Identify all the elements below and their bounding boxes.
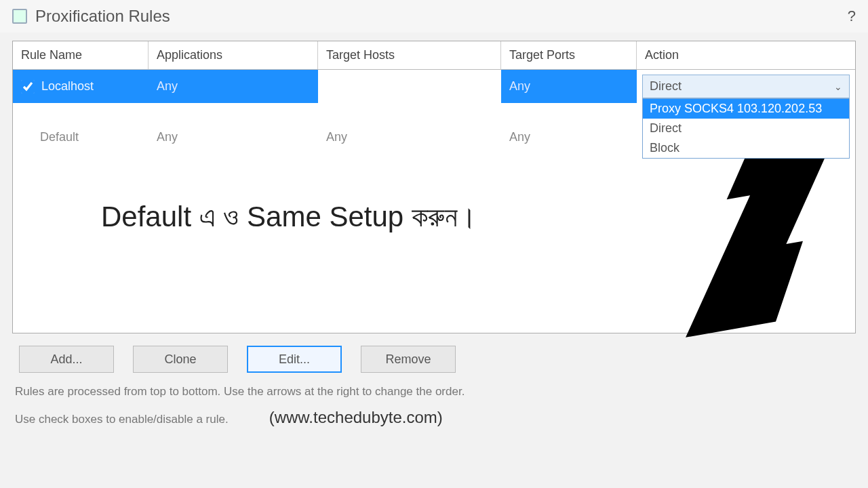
dropdown-selected-label: Direct [650,79,682,94]
header-rule-name[interactable]: Rule Name [13,41,149,69]
cell-target-hosts[interactable] [318,70,501,103]
watermark-text: (www.techedubyte.com) [269,408,443,427]
table-header: Rule Name Applications Target Hosts Targ… [13,41,855,70]
help-icon[interactable]: ? [848,7,856,25]
add-button[interactable]: Add... [19,346,114,373]
dropdown-options: Proxy SOCKS4 103.120.202.53 Direct Block [642,98,850,159]
cell-rule-name[interactable]: Default [13,103,149,157]
cell-action[interactable]: Direct ⌄ Proxy SOCKS4 103.120.202.53 Dir… [637,70,855,103]
clone-button[interactable]: Clone [133,346,228,373]
header-target-hosts[interactable]: Target Hosts [318,41,501,69]
hint-processing-order: Rules are processed from top to bottom. … [15,385,868,399]
header-action[interactable]: Action [637,41,855,69]
remove-button[interactable]: Remove [361,346,456,373]
cell-applications[interactable]: Any [149,70,318,103]
cell-target-ports[interactable]: Any [501,70,637,103]
title-bar: Proxification Rules ? [0,0,868,33]
hint-row-2: Use check boxes to enable/disable a rule… [15,408,868,427]
window-title: Proxification Rules [35,7,848,26]
overlay-instruction: Default এ ও Same Setup করুন। [101,201,477,233]
header-target-ports[interactable]: Target Ports [501,41,637,69]
button-row: Add... Clone Edit... Remove [19,346,868,373]
header-applications[interactable]: Applications [149,41,318,69]
rule-row-localhost[interactable]: Localhost Any Any Direct ⌄ Proxy SOCKS4 … [13,70,855,103]
rule-enabled-checkbox[interactable] [21,80,35,94]
cell-target-hosts[interactable]: Any [318,103,501,157]
cell-applications[interactable]: Any [149,103,318,157]
dropdown-selected[interactable]: Direct ⌄ [642,75,850,98]
hint-checkboxes: Use check boxes to enable/disable a rule… [15,413,229,426]
table-empty-space: Default এ ও Same Setup করুন। [13,157,855,333]
action-dropdown[interactable]: Direct ⌄ Proxy SOCKS4 103.120.202.53 Dir… [642,75,850,98]
cell-target-ports[interactable]: Any [501,103,637,157]
dropdown-option-block[interactable]: Block [643,138,849,158]
dropdown-option-proxy[interactable]: Proxy SOCKS4 103.120.202.53 [643,99,849,119]
cell-rule-name[interactable]: Localhost [13,70,149,103]
dropdown-option-direct[interactable]: Direct [643,119,849,138]
chevron-down-icon: ⌄ [834,81,842,92]
edit-button[interactable]: Edit... [247,346,342,373]
rules-panel: Rule Name Applications Target Hosts Targ… [12,41,856,333]
rule-name-label: Localhost [41,79,94,94]
app-icon [12,9,27,24]
